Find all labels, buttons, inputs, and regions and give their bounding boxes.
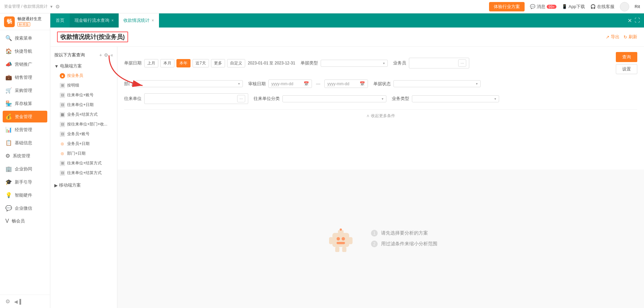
query-button[interactable]: 查询	[616, 52, 637, 62]
sidebar-item-shortcut[interactable]: 🏠 快捷导航	[0, 45, 50, 58]
app-download-item[interactable]: 📱 App下载	[562, 4, 585, 10]
scheme-item-salesman-payment[interactable]: ▦ 业务员+结算方式	[50, 110, 117, 119]
sidebar-item-marketing[interactable]: 📣 营销推广	[0, 58, 50, 71]
scheme-header: 按以下方案查询 + ⚙ «	[50, 50, 117, 60]
tree-section-mobile: ▶ 移动端方案	[50, 179, 117, 191]
settings-icon[interactable]: ⚙	[55, 4, 60, 10]
tab-collection-close[interactable]: ×	[152, 18, 154, 23]
export-button[interactable]: ↗ 导出	[606, 34, 620, 40]
salesman-more[interactable]: ···	[458, 59, 466, 67]
scheme-item-unit-payment2[interactable]: ⊟ 往来单位+结算方式	[50, 168, 117, 178]
page-content: 收款情况统计(按业务员) ↗ 导出 ↻ 刷新 按以下	[50, 28, 644, 308]
scheme-item-dept-date[interactable]: ◎ 部门+日期	[50, 149, 117, 158]
tab-collection[interactable]: 收款情况统计 ×	[119, 13, 159, 28]
calendar-end-icon[interactable]: 📅	[360, 81, 365, 86]
tab-bar: 首页 现金银行流水查询 × 收款情况统计 × ✕ ⛶	[50, 13, 644, 28]
sidebar-bottom: ⚙ ◀▐	[0, 295, 50, 308]
settings-bottom-icon[interactable]: ⚙	[5, 298, 10, 305]
tab-maximize-icon[interactable]: ⛶	[635, 17, 640, 23]
review-date-end-input[interactable]: yyyy-mm-dd 📅	[324, 80, 368, 88]
filter-business-type: 业务类型 ▾	[392, 95, 499, 102]
date-btn-more[interactable]: 更多	[211, 59, 225, 67]
date-btn-this-month[interactable]: 本月	[160, 59, 174, 67]
scheme-item-unit-payment1[interactable]: ⊞ 往来单位+结算方式	[50, 158, 117, 168]
scheme-item-salesman-date[interactable]: ◎ 业务员+日期	[50, 139, 117, 149]
salesman-select[interactable]: ···	[409, 58, 469, 68]
filter-row-3: 往来单位 ··· 往来单位分类 ▾	[124, 93, 637, 104]
scheme-item-unit-dept[interactable]: ⊟ 按往来单位+部门+收...	[50, 119, 117, 129]
main-layout: 畅 畅捷通好生意 标准版 🔍 搜索菜单 🏠 快捷导航 📣 营销推广 💼 销售管理	[0, 13, 644, 308]
refresh-button[interactable]: ↻ 刷新	[624, 34, 637, 40]
breadcrumb: 资金管理 / 收款情况统计	[4, 4, 48, 9]
scheme-icon-dept-date: ◎	[60, 151, 65, 156]
page-header-actions: ↗ 导出 ↻ 刷新	[606, 34, 637, 40]
user-name: Rit	[635, 4, 640, 9]
app-icon: 📱	[562, 4, 567, 9]
filter-row-1: 单据日期 上月 本月 本年 近7天 更多 自定义 2023-01-01 至 20…	[124, 52, 637, 74]
calendar-start-icon[interactable]: 📅	[304, 81, 309, 86]
scheme-item-unit-date[interactable]: ⊟ 往来单位+日期	[50, 100, 117, 110]
record-status-arrow: ▾	[476, 82, 478, 86]
sidebar-item-newbie[interactable]: 🎓 新手引导	[0, 175, 50, 189]
sidebar-item-basics[interactable]: 📋 基础信息	[0, 136, 50, 149]
breadcrumb-dropdown-icon[interactable]: ▾	[50, 4, 53, 9]
sidebar-item-member[interactable]: V 畅会员	[0, 215, 50, 227]
date-btn-last-month[interactable]: 上月	[144, 59, 158, 67]
counterparty-more[interactable]: ···	[237, 95, 245, 102]
review-date-start-text: yyyy-mm-dd	[271, 82, 302, 86]
setting-button[interactable]: 设置	[616, 64, 637, 74]
svg-rect-8	[335, 247, 339, 252]
search-icon: 🔍	[5, 35, 12, 41]
tab-cashflow[interactable]: 现金银行流水查询 ×	[70, 13, 119, 28]
sidebar-item-purchase[interactable]: 🛒 采购管理	[0, 84, 50, 97]
scheme-setting-icon[interactable]: ⚙	[104, 52, 108, 58]
user-avatar[interactable]	[620, 2, 629, 11]
sidebar-item-wechat[interactable]: 💬 企业微信	[0, 202, 50, 215]
sidebar-item-system[interactable]: ⚙ 系统管理	[0, 149, 50, 162]
tab-cashflow-close[interactable]: ×	[111, 18, 114, 23]
collapse-bar[interactable]: ∧ 收起更多条件	[124, 109, 637, 122]
scheme-item-detail[interactable]: ⊞ 按明细	[50, 81, 117, 90]
date-btn-custom[interactable]: 自定义	[227, 59, 245, 67]
sidebar-item-finance[interactable]: 💰 资金管理	[3, 111, 47, 122]
trial-button[interactable]: 体验行业方案	[489, 2, 525, 11]
sidebar-item-business[interactable]: 📊 经营管理	[0, 123, 50, 136]
scheme-item-salesman-account[interactable]: ⊟ 业务员+账号	[50, 129, 117, 139]
tab-home[interactable]: 首页	[50, 13, 70, 28]
sidebar-item-search[interactable]: 🔍 搜索菜单	[0, 32, 50, 45]
scheme-add-icon[interactable]: +	[99, 52, 102, 58]
sidebar-item-enterprise[interactable]: 🏢 企业协同	[0, 162, 50, 175]
tab-close-all-icon[interactable]: ✕	[628, 17, 632, 24]
counterparty-select[interactable]: ···	[144, 93, 248, 104]
scheme-icon-unit-payment1: ⊞	[60, 161, 65, 166]
scheme-icon-unit-date: ⊟	[60, 102, 65, 108]
record-type-select[interactable]: ▾	[321, 60, 388, 67]
svg-rect-9	[342, 247, 346, 252]
export-icon: ↗	[606, 35, 609, 40]
tree-section-pc-header[interactable]: ▼ 电脑端方案	[50, 61, 117, 71]
scheme-collapse-icon[interactable]: «	[110, 52, 113, 58]
scheme-item-unit-account[interactable]: ⊟ 往来单位+账号	[50, 90, 117, 100]
filter-record-status: 单据状态 ▾	[373, 80, 481, 87]
business-type-select[interactable]: ▾	[412, 95, 499, 102]
record-status-select[interactable]: ▾	[393, 80, 481, 87]
date-btn-this-year[interactable]: 本年	[176, 59, 191, 67]
department-label: 部门	[124, 81, 133, 87]
online-service-item[interactable]: 🎧 在线客服	[590, 4, 614, 10]
date-btn-7days[interactable]: 近7天	[193, 59, 209, 67]
logo-name: 畅捷通好生意	[17, 16, 42, 22]
tree-section-mobile-header[interactable]: ▶ 移动端方案	[50, 181, 117, 190]
scheme-item-salesman[interactable]: ● 按业务员	[50, 71, 117, 81]
sidebar-item-hardware[interactable]: 💡 智能硬件	[0, 189, 50, 202]
sidebar-item-inventory[interactable]: 🏪 库存核算	[0, 97, 50, 110]
review-date-start-input[interactable]: yyyy-mm-dd 📅	[268, 80, 312, 88]
counterparty-category-select[interactable]: ▾	[282, 95, 386, 102]
message-item[interactable]: 💬 消息 99+	[530, 4, 556, 10]
sidebar-item-sales[interactable]: 💼 销售管理	[0, 71, 50, 84]
logo-area: 畅 畅捷通好生意 标准版	[0, 13, 50, 30]
scheme-icon-salesman-payment: ▦	[60, 112, 65, 117]
department-select[interactable]: ▾	[136, 80, 243, 87]
collapse-sidebar-icon[interactable]: ◀▐	[14, 299, 21, 304]
sales-icon: 💼	[5, 74, 12, 81]
record-type-arrow: ▾	[383, 61, 385, 65]
